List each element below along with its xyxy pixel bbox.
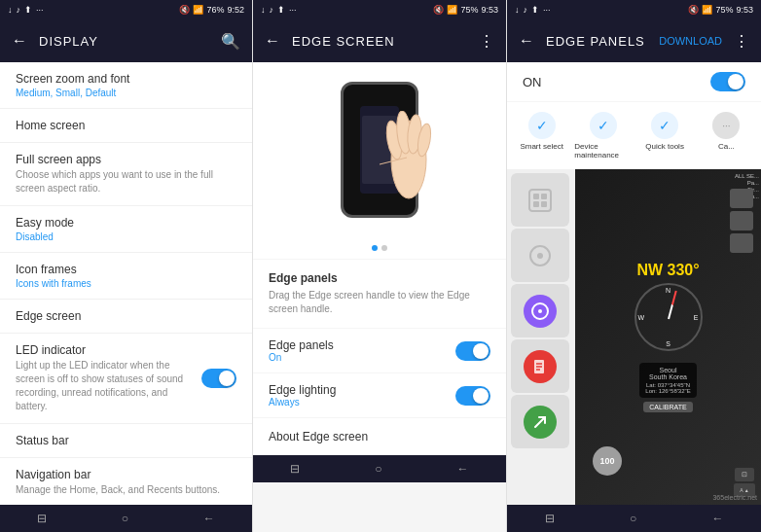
right-item-2 (730, 211, 753, 231)
calibrate-button[interactable]: CALIBRATE (643, 402, 692, 412)
home-button[interactable]: ○ (122, 512, 128, 525)
more-tab-dots-icon: ··· (722, 121, 730, 131)
status-bar-3: ↓ ♪ ⬆ ··· 🔇 📶 75% 9:53 (507, 0, 761, 19)
compass-needle (668, 291, 677, 319)
full-screen-title: Full screen apps (16, 153, 236, 166)
status-icons-right-3: 🔇 📶 75% 9:53 (688, 5, 753, 15)
panel-list-item-1[interactable] (511, 173, 569, 227)
menu-item-navigation-bar[interactable]: Navigation bar Manage the Home, Back, an… (0, 458, 252, 505)
menu-item-icon-frames[interactable]: Icon frames Icons with frames (0, 253, 252, 300)
search-button[interactable]: 🔍 (221, 32, 240, 51)
mute-icon-2: 🔇 (433, 5, 444, 15)
bottom-right-icons: ⊡ A ▲ (734, 468, 755, 497)
tab-device-maintenance[interactable]: ✓ Device maintenance (572, 110, 634, 161)
on-toggle-row: ON (507, 62, 761, 101)
smart-select-check-icon: ✓ (536, 118, 548, 133)
back-button-2[interactable]: ← (265, 32, 280, 50)
screen-icon: ⊡ (735, 468, 754, 481)
menu-item-led-indicator[interactable]: LED indicator Light up the LED indicator… (0, 334, 252, 424)
home-button-3[interactable]: ○ (630, 512, 636, 525)
panel-icon-bg-5 (524, 406, 557, 439)
edge-lighting-toggle-row[interactable]: Edge lighting Always (253, 373, 506, 417)
right-panel-items (730, 189, 753, 253)
menu-item-full-screen[interactable]: Full screen apps Choose which apps you w… (0, 143, 252, 206)
panel-icon-bg-3 (524, 295, 557, 328)
compass-widget: ALL SE... Pa... Fir... Bu... NW 330° N (575, 169, 761, 505)
back-button-3[interactable]: ← (519, 32, 534, 50)
led-toggle[interactable] (201, 369, 236, 388)
nav-bar-3: ⊟ ○ ← 365electric.net (507, 505, 761, 532)
edge-panels-toggle-row[interactable]: Edge panels On (253, 329, 506, 372)
status-icons-left-3: ↓ ♪ ⬆ ··· (515, 5, 551, 15)
edge-lighting-toggle[interactable] (455, 386, 490, 406)
tab-more[interactable]: ··· Ca... (696, 110, 757, 161)
quick-tools-label: Quick tools (645, 142, 684, 151)
smart-select-icon-bg: ✓ (528, 112, 556, 139)
status-bar-1: ↓ ♪ ⬆ ··· 🔇 📶 76% 9:52 (0, 0, 252, 19)
signal-icon: 📶 (193, 5, 203, 15)
menu-item-home-screen[interactable]: Home screen (0, 109, 252, 143)
recent-apps-button-2[interactable]: ⊟ (290, 462, 300, 476)
download-icon-3: ↓ (515, 5, 520, 15)
signal-icon-3: 📶 (702, 5, 712, 15)
recent-apps-button[interactable]: ⊟ (37, 512, 47, 525)
more-button-3[interactable]: ⋮ (734, 32, 749, 51)
watermark: 365electric.net (712, 494, 757, 501)
quick-tools-check-icon: ✓ (659, 118, 670, 133)
edge-panels-title: Edge panels (269, 271, 490, 285)
panel-icon-4 (530, 357, 550, 376)
back-nav-button-3[interactable]: ← (711, 512, 723, 525)
compass-direction: NW 330° (636, 262, 699, 279)
status-icons-left: ↓ ♪ ⬆ ··· (8, 5, 44, 15)
edge-panels-toggle[interactable] (455, 341, 490, 361)
upload-icon-2: ⬆ (277, 5, 285, 15)
upload-icon: ⬆ (24, 5, 32, 15)
edge-panels-tabs: ✓ Smart select ✓ Device maintenance ✓ Qu… (507, 102, 761, 169)
display-title: DISPLAY (39, 34, 209, 49)
about-edge-section[interactable]: About Edge screen (253, 418, 506, 455)
panel-icon-1 (525, 186, 555, 215)
back-nav-button[interactable]: ← (203, 512, 215, 525)
panels-grid: ALL SE... Pa... Fir... Bu... NW 330° N (507, 169, 761, 505)
easy-mode-title: Easy mode (16, 216, 236, 230)
more-tab-icon-bg: ··· (712, 112, 740, 139)
device-maintenance-icon-bg: ✓ (590, 112, 617, 139)
menu-item-edge-screen[interactable]: Edge screen (0, 300, 252, 334)
recent-apps-button-3[interactable]: ⊟ (545, 512, 555, 525)
menu-item-easy-mode[interactable]: Easy mode Disabled (0, 206, 252, 253)
phone-illustration (253, 62, 506, 237)
menu-item-status-bar[interactable]: Status bar (0, 424, 252, 458)
led-title: LED indicator (16, 343, 201, 357)
panel-list-item-2[interactable] (511, 229, 569, 282)
device-maintenance-label: Device maintenance (574, 142, 632, 160)
led-desc: Light up the LED indicator when the scre… (16, 359, 201, 413)
panel-list-item-5[interactable] (511, 395, 569, 448)
number-100: 100 (599, 456, 614, 466)
on-toggle[interactable] (710, 72, 745, 91)
svg-rect-9 (533, 194, 539, 199)
download-button[interactable]: DOWNLOAD (659, 35, 722, 47)
tab-quick-tools[interactable]: ✓ Quick tools (634, 110, 696, 161)
icon-frames-sub: Icons with frames (16, 278, 236, 289)
edge-lighting-label: Edge lighting (269, 383, 336, 397)
smart-select-label: Smart select (520, 142, 562, 151)
panel-list-item-4[interactable] (511, 339, 569, 393)
time-label-3: 9:53 (736, 5, 753, 15)
ellipsis-icon: ··· (36, 5, 44, 15)
screen-zoom-title: Screen zoom and font (16, 72, 236, 86)
tab-smart-select[interactable]: ✓ Smart select (511, 110, 572, 161)
edge-panels-toggle-sub: On (269, 352, 334, 363)
panel-list-item-3[interactable] (511, 284, 569, 337)
sound-icon: ♪ (17, 5, 21, 15)
back-button[interactable]: ← (12, 32, 27, 50)
edge-lighting-labels: Edge lighting Always (269, 383, 336, 408)
more-button-2[interactable]: ⋮ (479, 32, 494, 51)
dot-1 (372, 245, 378, 251)
menu-item-screen-zoom[interactable]: Screen zoom and font Medium, Small, Defa… (0, 62, 252, 109)
back-nav-button-2[interactable]: ← (457, 462, 469, 476)
edge-screen-title: Edge screen (16, 309, 236, 323)
display-header: ← DISPLAY 🔍 (0, 19, 252, 62)
sound-icon-3: ♪ (524, 5, 528, 15)
home-button-2[interactable]: ○ (375, 462, 381, 476)
status-icons-right-2: 🔇 📶 75% 9:53 (433, 5, 498, 15)
